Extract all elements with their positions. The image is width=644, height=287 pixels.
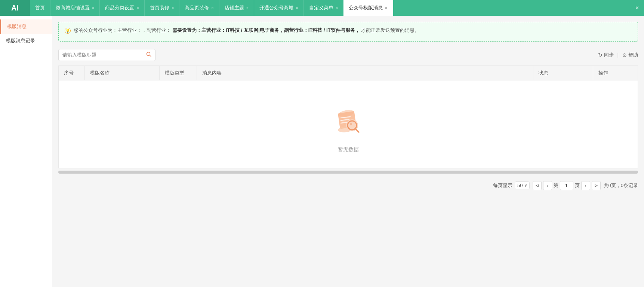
search-bar: ↻ 同步 | ⊙ 帮助 [58, 49, 638, 61]
page-nav-buttons: ⊲ ‹ 第 页 › ⊳ [533, 181, 601, 190]
sync-icon: ↻ [598, 52, 603, 58]
nav-tab-open-mall[interactable]: 开通公众号商城 × [254, 0, 303, 16]
sidebar: 模版消息 模版消息记录 [0, 16, 52, 287]
nav-tab-shop-theme[interactable]: 店铺主题 × [219, 0, 254, 16]
nav-tab-custom-menu[interactable]: 自定义菜单 × [304, 0, 343, 16]
sidebar-item-template-msg-record[interactable]: 模版消息记录 [0, 34, 52, 48]
search-input[interactable] [62, 52, 146, 58]
close-tab-open-mall[interactable]: × [296, 6, 298, 10]
empty-state-row: 暂无数据 [59, 80, 638, 168]
search-icon[interactable] [146, 52, 151, 58]
prev-page-button[interactable]: ‹ [543, 181, 552, 190]
horizontal-scrollbar[interactable] [58, 171, 638, 174]
data-table: 序号 模版名称 模版类型 消息内容 状态 [58, 65, 638, 168]
col-header-content: 消息内容 [197, 65, 533, 80]
col-header-type: 模版类型 [160, 65, 197, 80]
col-header-status: 状态 [533, 65, 593, 80]
top-nav-bar: Ai 首页 微商城店铺设置 × 商品分类设置 × 首页装修 × 商品页装修 × … [0, 0, 644, 16]
search-actions: ↻ 同步 | ⊙ 帮助 [598, 52, 638, 58]
notice-box: 💡 您的公众号行业为：主营行业：，副营行业： 需要设置为：主营行业：IT科技 /… [58, 22, 638, 42]
main-layout: 模版消息 模版消息记录 💡 您的公众号行业为：主营行业：，副营行业： 需要设置为… [0, 16, 644, 287]
empty-icon [330, 103, 367, 140]
total-info: 共0页，0条记录 [604, 182, 638, 189]
close-tab-shop-theme[interactable]: × [246, 6, 249, 10]
divider: | [617, 52, 619, 58]
search-input-wrap [58, 49, 155, 61]
close-tab-goods-category[interactable]: × [136, 6, 139, 10]
per-page-label: 每页显示 [493, 182, 512, 189]
empty-text: 暂无数据 [59, 146, 638, 153]
sync-button[interactable]: ↻ 同步 [598, 52, 614, 58]
notice-text: 您的公众号行业为：主营行业：，副营行业： 需要设置为：主营行业：IT科技 / 互… [74, 27, 419, 34]
svg-point-13 [350, 123, 352, 125]
col-header-name: 模版名称 [85, 65, 160, 80]
pagination: 每页显示 50 ∨ ⊲ ‹ 第 页 › ⊳ 共0页，0条记录 [58, 181, 638, 190]
svg-line-12 [355, 129, 359, 132]
nav-tab-home[interactable]: 首页 [30, 0, 50, 16]
sidebar-item-template-msg[interactable]: 模版消息 [0, 19, 52, 34]
page-size-select: 每页显示 50 ∨ [493, 181, 529, 189]
svg-line-3 [150, 55, 151, 57]
help-icon: ⊙ [622, 52, 627, 58]
nav-tab-home-decor[interactable]: 首页装修 × [145, 0, 179, 16]
nav-tab-template-msg[interactable]: 公众号模版消息 × [343, 0, 393, 16]
page-unit-label: 页 [575, 182, 580, 189]
per-page-dropdown[interactable]: 50 ∨ [515, 181, 529, 189]
close-tab-goods-decor[interactable]: × [211, 6, 213, 10]
content-area: 💡 您的公众号行业为：主营行业：，副营行业： 需要设置为：主营行业：IT科技 /… [52, 16, 644, 287]
empty-state: 暂无数据 [59, 80, 638, 168]
nav-tab-goods-decor[interactable]: 商品页装修 × [179, 0, 219, 16]
close-tab-home-decor[interactable]: × [172, 6, 174, 10]
dropdown-chevron-icon: ∨ [524, 183, 527, 187]
next-page-button[interactable]: › [581, 181, 590, 190]
close-tab-template-msg[interactable]: × [385, 6, 387, 10]
help-button[interactable]: ⊙ 帮助 [622, 52, 638, 58]
close-all-tabs-button[interactable]: × [630, 4, 644, 11]
col-header-seq: 序号 [59, 65, 85, 80]
svg-text:💡: 💡 [65, 28, 70, 33]
close-tab-custom-menu[interactable]: × [336, 6, 338, 10]
last-page-button[interactable]: ⊳ [592, 181, 601, 190]
page-prefix-label: 第 [554, 182, 558, 189]
nav-tab-wsc-settings[interactable]: 微商城店铺设置 × [50, 0, 100, 16]
col-header-action: 操作 [593, 65, 638, 80]
table-container: 序号 模版名称 模版类型 消息内容 状态 [58, 65, 638, 176]
notice-icon: 💡 [65, 27, 71, 37]
first-page-button[interactable]: ⊲ [533, 181, 542, 190]
close-tab-wsc-settings[interactable]: × [92, 6, 94, 10]
table-header-row: 序号 模版名称 模版类型 消息内容 状态 [59, 65, 638, 80]
nav-tab-goods-category[interactable]: 商品分类设置 × [100, 0, 144, 16]
current-page-input[interactable] [560, 181, 573, 190]
logo: Ai [0, 0, 30, 16]
